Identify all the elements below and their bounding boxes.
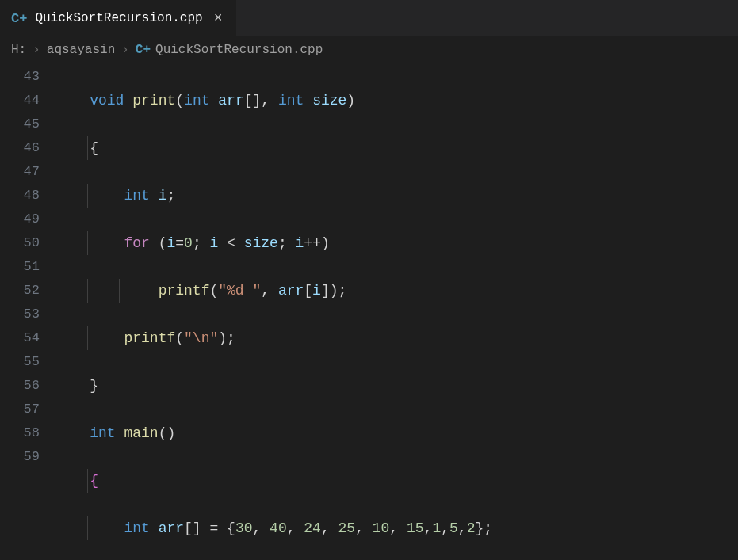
cpp-file-icon: C+	[11, 11, 27, 26]
tab-quicksort[interactable]: C+ QuickSortRecursion.cpp ×	[0, 0, 237, 36]
code-line[interactable]: printf("\n");	[55, 326, 738, 350]
chevron-right-icon: ›	[121, 43, 129, 57]
code-content[interactable]: void print(int arr[], int size) { int i;…	[55, 63, 738, 552]
code-line[interactable]: int arr[] = {30, 40, 24, 25, 10, 15,1,5,…	[55, 516, 738, 540]
tab-bar: C+ QuickSortRecursion.cpp ×	[0, 0, 738, 36]
crumb-file-label: QuickSortRecursion.cpp	[155, 43, 323, 57]
code-line[interactable]: printf("%d ", arr[i]);	[55, 279, 738, 303]
code-line[interactable]: {	[55, 136, 738, 160]
close-icon[interactable]: ×	[211, 10, 226, 26]
crumb-file[interactable]: C+ QuickSortRecursion.cpp	[136, 43, 323, 57]
code-line[interactable]: int main()	[55, 421, 738, 445]
editor-area[interactable]: 4344454647484950515253545556575859 void …	[0, 63, 738, 552]
tab-title: QuickSortRecursion.cpp	[35, 11, 202, 25]
breadcrumb: H: › aqsayasin › C+ QuickSortRecursion.c…	[0, 36, 738, 63]
line-number-gutter: 4344454647484950515253545556575859	[0, 63, 55, 552]
code-line[interactable]: void print(int arr[], int size)	[55, 89, 738, 112]
crumb-folder[interactable]: aqsayasin	[47, 43, 115, 57]
code-line[interactable]: for (i=0; i < size; i++)	[55, 231, 738, 255]
cpp-file-icon: C+	[136, 43, 151, 57]
code-line[interactable]: int i;	[55, 184, 738, 208]
minimap[interactable]	[732, 63, 738, 552]
code-line[interactable]: }	[55, 374, 738, 398]
code-line[interactable]: {	[55, 469, 738, 493]
chevron-right-icon: ›	[33, 43, 40, 57]
crumb-drive[interactable]: H:	[11, 43, 26, 57]
